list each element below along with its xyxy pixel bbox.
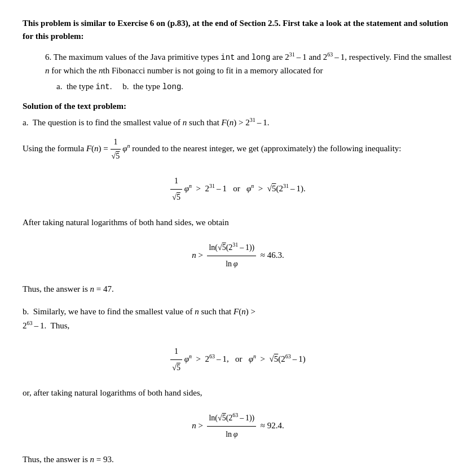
- display-math-4: n > ln(√5(263 – 1)) ln φ ≈ 92.4.: [23, 410, 453, 442]
- problem-block: 6. The maximum values of the Java primit…: [45, 50, 453, 94]
- solution-title: Solution of the text problem:: [23, 102, 453, 111]
- solution-part-a-intro: a. The question is to find the smallest …: [23, 116, 453, 130]
- problem-number: 6.: [45, 52, 51, 62]
- thus-part-a: Thus, the answer is n = 47.: [23, 282, 453, 297]
- display-math-2: n > ln(√5(231 – 1)) ln φ ≈ 46.3.: [23, 240, 453, 272]
- part-b-or-after: or, after taking natural logarithms of b…: [23, 386, 453, 401]
- problem-text: 6. The maximum values of the Java primit…: [45, 50, 453, 77]
- solution-part-b-intro: b. Similarly, we have to find the smalle…: [23, 305, 453, 333]
- display-math-3: 1 √5 φn > 263 – 1, or φn > √5(263 – 1): [23, 344, 453, 376]
- intro-statement: This problem is similar to Exercise 6 on…: [23, 17, 453, 42]
- solution-part-a-formula: Using the formula F(n) = 1√5 φn rounded …: [23, 135, 453, 163]
- problem-part-a: a. the type int. b. the type long.: [56, 80, 453, 93]
- after-log-part-a: After taking natural logarithms of both …: [23, 216, 453, 230]
- thus-part-b: Thus, the answer is n = 93.: [23, 453, 453, 467]
- display-math-1: 1 √5 φn > 231 – 1 or φn > √5(231 – 1).: [23, 173, 453, 205]
